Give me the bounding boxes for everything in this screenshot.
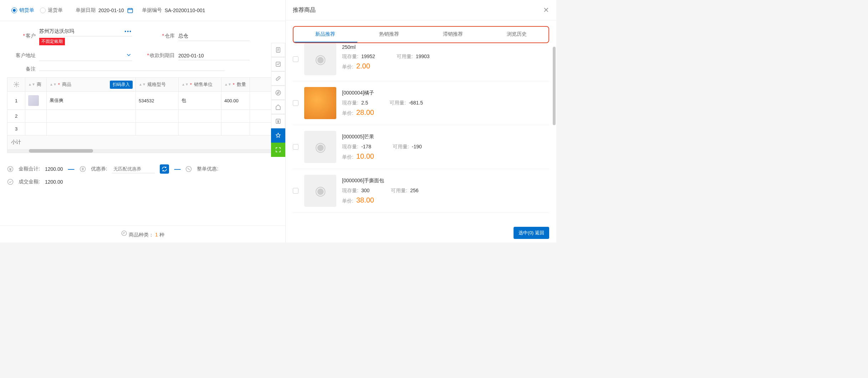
item-image: ◉ [304,175,336,207]
col-product[interactable]: ▲▼*商品扫码录入 [47,78,136,91]
recommend-item: ◉ 250ml 现存量:19952 可用量:19903 单价:2.00 [293,43,549,81]
kind-icon [121,230,127,236]
svg-rect-0 [128,9,133,13]
item-image: ◉ [304,43,336,75]
item-checkbox[interactable] [293,144,298,150]
due-label: 收款到期日 [150,52,175,58]
svg-point-5 [8,179,13,185]
doc-type-radio-group: 销货单 退货单 [7,4,67,16]
cell-spec[interactable]: 534532 [136,92,179,109]
item-price: 2.00 [356,62,370,70]
discount-icon [185,166,192,172]
item-price: 28.00 [356,108,374,116]
calendar-icon[interactable] [127,7,133,14]
tool-currency-icon[interactable] [271,114,285,128]
deal-value: 1200.00 [45,179,63,185]
radio-return[interactable]: 退货单 [40,7,63,14]
col-qty[interactable]: ▲▼*数量 [221,78,250,91]
item-price: 10.00 [356,152,374,160]
line-items-grid: ▲▼商 ▲▼*商品扫码录入 ▲▼规格型号 ▲▼*销售单位 ▲▼*数量 1 果倍爽… [7,77,278,153]
item-checkbox[interactable] [293,56,298,62]
panel-title: 推荐商品 [293,6,316,14]
recommend-item: ◉ [0000005]芒果 现存量:-178 可用量:-190 单价:10.00 [293,125,549,169]
close-icon[interactable]: ✕ [543,6,549,14]
radio-return-label: 退货单 [48,7,63,14]
col-unit[interactable]: ▲▼*销售单位 [179,78,221,91]
warehouse-value[interactable]: 总仓 [178,33,188,39]
item-avail: -190 [412,144,422,149]
cell-product[interactable]: 果倍爽 [47,92,136,109]
svg-point-8 [276,90,281,95]
select-return-button[interactable]: 选中(0) 返回 [514,227,549,239]
doc-date-label: 单据日期 [76,7,96,14]
product-thumb [28,95,39,106]
customer-value[interactable]: 苏州万达沃尔玛 [39,28,74,35]
remark-label: 备注 [7,66,36,72]
grid-row-1: 1 果倍爽 534532 包 400.00 [7,92,278,110]
cell-unit[interactable]: 包 [179,92,221,109]
item-avail: 256 [410,188,418,193]
cell-qty[interactable]: 400.00 [221,92,250,109]
item-name: [0000006]手撕面包 [342,178,549,184]
tab-new[interactable]: 新品推荐 [293,27,357,42]
grid-row-2: 2 [7,110,278,123]
item-avail: 19903 [416,53,430,59]
item-checkbox[interactable] [293,100,298,106]
radio-sales[interactable]: 销货单 [11,7,34,14]
list-vscroll[interactable] [553,47,556,125]
address-chevron-icon[interactable] [126,52,132,59]
refresh-coupon-button[interactable] [160,164,169,174]
item-stock: 2.5 [361,100,368,106]
recommend-tabs: 新品推荐 热销推荐 滞销推荐 浏览历史 [293,26,549,43]
sum-label: 金额合计: [19,166,40,172]
item-name: [0000005]芒果 [342,134,549,140]
doc-date-value[interactable]: 2020-01-10 [98,7,124,13]
doc-no-value: SA-20200110-001 [165,7,205,13]
item-image: ◉ [304,131,336,163]
grid-settings-icon[interactable] [7,78,25,91]
tab-slow[interactable]: 滞销推荐 [421,27,485,42]
subtotal-row: 小计 [7,136,278,149]
tab-hot[interactable]: 热销推荐 [357,27,421,42]
sum-value: 1200.00 [45,166,63,172]
tool-note-icon[interactable] [271,43,285,57]
tool-expand-icon[interactable] [271,143,285,157]
yen-icon [7,166,14,172]
recommend-item: ◉ [0000006]手撕面包 现存量:300 可用量:256 单价:38.00 [293,169,549,213]
address-label: 客户地址 [7,52,36,59]
kind-value: 1 [155,232,158,237]
tool-star-icon[interactable] [271,128,285,143]
tool-home-icon[interactable] [271,100,285,114]
customer-more-icon[interactable]: ••• [124,29,132,34]
item-avail: -681.5 [409,100,423,106]
recommend-item: [0000004]橘子 现存量:2.5 可用量:-681.5 单价:28.00 [293,81,549,125]
scan-button[interactable]: 扫码录入 [110,81,133,89]
svg-point-1 [15,84,17,86]
tab-history[interactable]: 浏览历史 [485,27,548,42]
dash-icon-2: — [174,165,180,173]
dash-icon: — [68,165,75,173]
item-stock: 300 [361,188,369,193]
deal-icon [7,179,14,185]
item-stock: 19952 [361,53,375,59]
grid-hscroll[interactable] [7,149,278,153]
coupon-input[interactable] [112,165,155,173]
item-stock: -178 [361,144,371,149]
col-spec[interactable]: ▲▼规格型号 [136,78,179,91]
item-checkbox[interactable] [293,188,298,194]
side-toolbar [271,43,285,157]
row-num: 1 [7,92,25,109]
svg-point-3 [80,167,85,172]
coupon-label: 优惠券: [91,166,107,172]
due-value[interactable]: 2020-01-10 [178,53,204,58]
col-image[interactable]: ▲▼商 [25,78,47,91]
whole-label: 整单优惠: [197,166,218,172]
tool-link-icon[interactable] [271,71,285,86]
item-image [304,87,336,119]
kind-suffix: 种 [159,232,164,237]
tool-swap-icon[interactable] [271,86,285,100]
kind-label: 商品种类： [129,232,154,237]
customer-label: 客户 [26,33,36,39]
item-price: 38.00 [356,196,374,204]
tool-chart-icon[interactable] [271,57,285,71]
